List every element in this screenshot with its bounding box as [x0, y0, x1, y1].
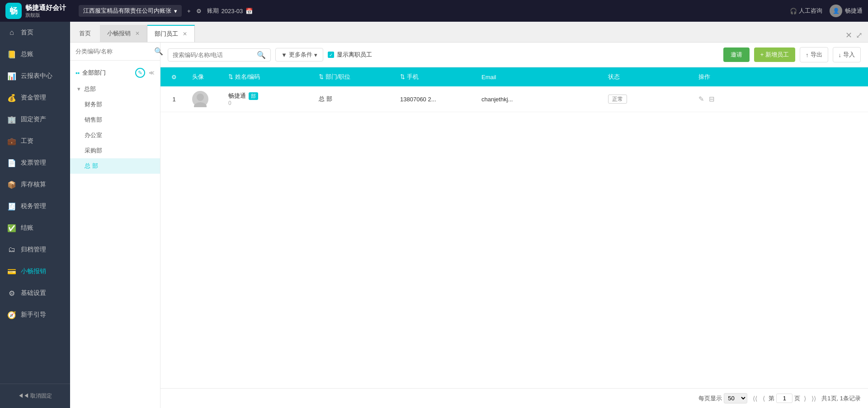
col-actions: 操作 [694, 67, 868, 86]
tab-home[interactable]: 首页 [70, 25, 100, 42]
import-button[interactable]: ↓ 导入 [833, 47, 861, 62]
dept-sales[interactable]: 销售部 [70, 112, 160, 128]
dept-finance[interactable]: 财务部 [70, 97, 160, 112]
cancel-fixed-button[interactable]: ◀◀ 取消固定 [0, 389, 70, 403]
left-panel: 🔍 ▪▪ 全部部门 ✎ ≪ ▾ 总部 财务部 [70, 43, 160, 408]
sidebar-item-reports[interactable]: 📊 云报表中心 [0, 65, 70, 87]
export-button[interactable]: ↑ 导出 [800, 47, 828, 62]
guide-icon: 🧭 [7, 310, 16, 319]
sidebar-label-archive: 归档管理 [21, 246, 46, 254]
dept-general[interactable]: 总 部 [70, 158, 160, 174]
dept-hq[interactable]: ▾ 总部 [70, 81, 160, 97]
sidebar-item-inventory[interactable]: 📦 库存核算 [0, 174, 70, 195]
settings-nav-icon: ⚙ [7, 289, 16, 298]
cancel-fixed-label: ◀◀ 取消固定 [18, 392, 52, 400]
sidebar-item-capital[interactable]: 💰 资金管理 [0, 87, 70, 109]
tab-dept-staff-label: 部门员工 [155, 30, 178, 38]
logout-icon[interactable]: ⊟ [709, 95, 715, 103]
employee-search-box: 🔍 [168, 48, 271, 62]
tab-dept-staff-close[interactable]: ✕ [183, 31, 187, 37]
grid-icon: ▪▪ [75, 70, 80, 76]
sidebar-item-salary[interactable]: 💼 工资 [0, 130, 70, 152]
ledger-icon: 📒 [7, 50, 16, 59]
import-icon: ↓ [839, 52, 842, 58]
page-number-input[interactable] [776, 394, 793, 403]
sidebar-item-settings[interactable]: ⚙ 基础设置 [0, 282, 70, 304]
sidebar-item-ledger[interactable]: 📒 总账 [0, 43, 70, 65]
col-avatar: 头像 [188, 67, 224, 86]
row-email: chanjethkj... [477, 86, 604, 112]
employee-name: 畅捷通 [228, 92, 246, 100]
add-employee-button[interactable]: + 新增员工 [754, 47, 795, 62]
table-header-row: ⚙ 头像 ⇅ 姓名/编码 ⇅ [160, 67, 868, 86]
user-area[interactable]: 👤 畅捷通 [830, 5, 863, 17]
home-icon: ⌂ [7, 28, 16, 37]
sidebar-item-home[interactable]: ⌂ 首页 [0, 22, 70, 43]
employee-code: 0 [228, 100, 310, 106]
sidebar-item-checkout[interactable]: ✅ 结账 [0, 217, 70, 239]
sidebar-label-inventory: 库存核算 [21, 180, 46, 189]
prev-page-button[interactable]: ⟨ [761, 394, 767, 403]
tab-expense-close[interactable]: ✕ [135, 30, 140, 37]
add-tab-button[interactable]: + [187, 8, 191, 14]
company-selector[interactable]: 江西服宝精品有限责任公司内账张 ▾ [79, 5, 182, 17]
export-label: 导出 [811, 51, 822, 59]
show-resigned-label: 显示离职员工 [337, 51, 372, 59]
user-avatar: 👤 [830, 5, 842, 17]
per-page-select[interactable]: 50 100 200 [724, 393, 747, 403]
tab-expense[interactable]: 小畅报销 ✕ [100, 25, 147, 42]
next-page-button[interactable]: ⟩ [802, 394, 808, 403]
col-email: Email [477, 67, 604, 86]
sidebar-label-settings: 基础设置 [21, 289, 46, 297]
sidebar-item-guide[interactable]: 🧭 新手引导 [0, 304, 70, 326]
dept-hq-group: ▾ 总部 财务部 销售部 办公室 采购部 总 部 [70, 81, 160, 174]
collapse-icon[interactable]: ≪ [149, 70, 155, 76]
col-settings[interactable]: ⚙ [160, 67, 188, 86]
top-header: 畅 畅捷通好会计 旗舰版 江西服宝精品有限责任公司内账张 ▾ + ⚙ 账期 20… [0, 0, 868, 22]
row-index: 1 [160, 86, 188, 112]
settings-button[interactable]: ⚙ [196, 8, 202, 14]
plus-icon: + [187, 8, 191, 14]
sidebar: ⌂ 首页 📒 总账 📊 云报表中心 💰 资金管理 🏢 固定资产 💼 工资 📄 发… [0, 22, 70, 408]
import-label: 导入 [843, 51, 855, 59]
tab-dept-staff[interactable]: 部门员工 ✕ [147, 25, 195, 42]
row-status: 正常 [604, 86, 694, 112]
col-dept[interactable]: ⇅ 部门/职位 [314, 67, 396, 86]
all-dept-label: 全部部门 [82, 69, 106, 77]
sidebar-item-tax[interactable]: 🧾 税务管理 [0, 195, 70, 217]
more-filter-button[interactable]: ▼ 更多条件 ▾ [275, 48, 323, 62]
period-label: 账期 [207, 7, 219, 15]
employee-search-input[interactable] [173, 52, 254, 58]
sidebar-item-invoice[interactable]: 📄 发票管理 [0, 152, 70, 174]
show-resigned-checkbox[interactable]: ✓ 显示离职员工 [328, 51, 372, 59]
sidebar-item-assets[interactable]: 🏢 固定资产 [0, 109, 70, 130]
tab-fullscreen-icon[interactable]: ⤢ [856, 30, 863, 40]
assets-icon: 🏢 [7, 115, 16, 124]
edit-icon[interactable]: ✎ [698, 95, 704, 103]
support-button[interactable]: 🎧 人工咨询 [790, 7, 822, 15]
last-page-button[interactable]: ⟩⟩ [810, 394, 818, 403]
first-page-button[interactable]: ⟨⟨ [751, 394, 759, 403]
calendar-icon[interactable]: 📅 [245, 8, 253, 14]
sidebar-item-archive[interactable]: 🗂 归档管理 [0, 239, 70, 261]
col-name[interactable]: ⇅ 姓名/编码 [224, 67, 314, 86]
toolbar: 🔍 ▼ 更多条件 ▾ ✓ 显示离职员工 邀请 [160, 43, 868, 67]
invite-button[interactable]: 邀请 [723, 47, 750, 62]
main-layout: ⌂ 首页 📒 总账 📊 云报表中心 💰 资金管理 🏢 固定资产 💼 工资 📄 发… [0, 22, 868, 408]
period-value: 2023-03 [222, 8, 243, 14]
dept-office[interactable]: 办公室 [70, 128, 160, 143]
toolbar-right: 邀请 + 新增员工 ↑ 导出 ↓ 导入 [723, 47, 861, 62]
tab-expense-label: 小畅报销 [107, 29, 131, 38]
tab-close-window-icon[interactable]: ✕ [845, 30, 852, 40]
col-phone[interactable]: ⇅ 手机 [396, 67, 477, 86]
employee-search-icon[interactable]: 🔍 [257, 51, 266, 59]
row-phone: 13807060 2... [396, 86, 477, 112]
tab-bar: 首页 小畅报销 ✕ 部门员工 ✕ ✕ ⤢ [70, 22, 868, 43]
logo-icon: 畅 [5, 3, 22, 19]
dept-edit-button[interactable]: ✎ [135, 68, 145, 78]
dept-purchase[interactable]: 采购部 [70, 143, 160, 158]
dept-search-input[interactable] [75, 48, 151, 55]
all-dept-header[interactable]: ▪▪ 全部部门 ✎ ≪ [70, 64, 160, 81]
row-actions: ✎ ⊟ [694, 86, 868, 112]
sidebar-item-expense[interactable]: 💳 小畅报销 [0, 261, 70, 282]
